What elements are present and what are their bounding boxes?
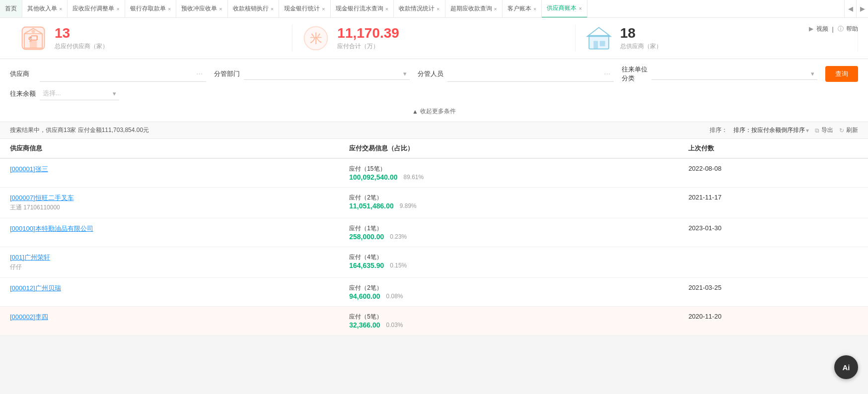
stat-total-payable-amount: 米 11,170.39 应付合计（万） xyxy=(292,25,575,52)
svg-rect-10 xyxy=(593,41,598,49)
nav-tab-4[interactable]: 预收冲应收单× xyxy=(176,0,227,18)
data-table: 供应商信息 应付交易信息（占比） 上次付数 [000001]张三应付（15笔）1… xyxy=(0,139,868,335)
supplier-input[interactable] xyxy=(43,68,196,79)
dept-chevron-icon: ▾ xyxy=(403,70,407,77)
nav-tab-close-4[interactable]: × xyxy=(219,6,222,12)
last-payment-cell-3 xyxy=(688,253,858,271)
nav-tab-close-5[interactable]: × xyxy=(271,6,274,12)
supplier-link-1[interactable]: [000007]恒旺二手叉车 xyxy=(10,194,74,201)
payable-info-cell-3: 应付（4笔）164,635.900.15% xyxy=(349,253,688,271)
supplier-link-4[interactable]: [000012]广州贝瑞 xyxy=(10,284,61,292)
supplier-info-cell-4: [000012]广州贝瑞 xyxy=(10,284,349,300)
nav-tab-close-10[interactable]: × xyxy=(533,6,536,12)
export-icon: ⧉ xyxy=(815,127,819,134)
payable-amount-4[interactable]: 94,600.00 xyxy=(349,292,380,300)
table-row: [001]广州荣轩仔仔应付（4笔）164,635.900.15% xyxy=(0,247,868,278)
nav-tab-close-8[interactable]: × xyxy=(436,6,439,12)
search-button[interactable]: 查询 xyxy=(825,66,858,82)
balance-select-display[interactable]: 选择... xyxy=(43,89,113,98)
svg-point-5 xyxy=(31,30,35,33)
supplier-link-3[interactable]: [001]广州荣轩 xyxy=(10,254,50,261)
payable-info-cell-1: 应付（2笔）11,051,486.009.89% xyxy=(349,194,688,212)
supplier-filter-label: 供应商 xyxy=(10,69,40,78)
last-payment-cell-4: 2021-03-25 xyxy=(688,284,858,300)
stats-bar: 🏷 13 总应付供应商（家） 米 11,170.39 应付合计（万） xyxy=(0,18,868,59)
refresh-button[interactable]: ↻ 刷新 xyxy=(839,126,858,134)
header-col2: 应付交易信息（占比） xyxy=(349,144,688,153)
header-col1: 供应商信息 xyxy=(10,144,349,153)
payable-info-cell-2: 应付（1笔）258,000.000.23% xyxy=(349,224,688,241)
help-link[interactable]: ⓘ 帮助 xyxy=(838,25,858,33)
person-dots: ··· xyxy=(604,69,610,78)
payable-amount-2[interactable]: 258,000.00 xyxy=(349,233,384,241)
nav-tab-1[interactable]: 其他收入单× xyxy=(22,0,68,18)
collapse-button[interactable]: ▲ 收起更多条件 xyxy=(10,104,858,118)
table-row: [000001]张三应付（15笔）100,092,540.0089.61%202… xyxy=(0,159,868,188)
nav-tab-3[interactable]: 银行存取款单× xyxy=(125,0,176,18)
payable-amount-1[interactable]: 11,051,486.00 xyxy=(349,202,394,210)
collapse-label: 收起更多条件 xyxy=(420,107,456,116)
nav-tab-close-2[interactable]: × xyxy=(116,6,119,12)
filter-area: 供应商 ··· 分管部门 ▾ 分管人员 ··· 往来单位分类 xyxy=(0,59,868,122)
sort-label: 排序： xyxy=(710,126,727,134)
payable-amount-0[interactable]: 100,092,540.00 xyxy=(349,173,397,181)
balance-chevron-icon: ▾ xyxy=(113,90,116,97)
video-link[interactable]: ▶ 视频 xyxy=(809,25,828,33)
nav-prev-arrow[interactable]: ◀ xyxy=(844,0,856,18)
nav-tab-close-6[interactable]: × xyxy=(322,6,325,12)
collapse-icon: ▲ xyxy=(412,108,418,115)
supplier-info-cell-0: [000001]张三 xyxy=(10,165,349,181)
nav-tab-close-7[interactable]: × xyxy=(385,6,388,12)
balance-filter-group: 往来余额 选择... ▾ xyxy=(10,87,119,100)
supplier-link-2[interactable]: [000100]本特勤油品有限公司 xyxy=(10,225,93,232)
table-row: [000002]李四应付（5笔）32,366.000.03%2020-11-20 xyxy=(0,307,868,335)
payable-info-cell-5: 应付（5笔）32,366.000.03% xyxy=(349,313,688,329)
svg-text:米: 米 xyxy=(310,31,322,45)
last-payment-cell-5: 2020-11-20 xyxy=(688,313,858,329)
supplier-link-0[interactable]: [000001]张三 xyxy=(10,165,48,173)
category-filter-label: 往来单位分类 xyxy=(622,65,651,83)
top-nav: 首页其他收入单×应收应付调整单×银行存取款单×预收冲应收单×收款核销执行×现金银… xyxy=(0,0,868,18)
payable-pct-1: 9.89% xyxy=(400,202,417,209)
amount-icon: 米 xyxy=(302,25,329,52)
category-filter-group: 往来单位分类 ▾ xyxy=(622,65,818,83)
nav-next-arrow[interactable]: ▶ xyxy=(856,0,868,18)
stat1-label: 总应付供应商（家） xyxy=(55,42,108,51)
store-icon xyxy=(585,25,612,52)
payable-amount-5[interactable]: 32,366.00 xyxy=(349,321,380,329)
payable-note-2: 应付（1笔） xyxy=(349,224,688,233)
nav-tab-11[interactable]: 供应商账本× xyxy=(542,0,587,18)
payable-amount-3[interactable]: 164,635.90 xyxy=(349,262,384,269)
payable-pct-3: 0.15% xyxy=(390,262,407,269)
table-rows-container: [000001]张三应付（15笔）100,092,540.0089.61%202… xyxy=(0,159,868,335)
last-payment-cell-1: 2021-11-17 xyxy=(688,194,858,212)
nav-tab-close-1[interactable]: × xyxy=(59,6,62,12)
nav-tab-close-9[interactable]: × xyxy=(494,6,497,12)
nav-tab-2[interactable]: 应收应付调整单× xyxy=(68,0,125,18)
payable-note-5: 应付（5笔） xyxy=(349,313,688,321)
refresh-icon: ↻ xyxy=(839,127,844,134)
nav-tab-9[interactable]: 超期应收款查询× xyxy=(445,0,503,18)
supplier-sub-3: 仔仔 xyxy=(10,263,349,271)
nav-tab-0[interactable]: 首页 xyxy=(0,0,22,18)
nav-tab-5[interactable]: 收款核销执行× xyxy=(228,0,279,18)
nav-tab-6[interactable]: 现金银行统计× xyxy=(279,0,330,18)
supplier-sub-1: 王通 17106110000 xyxy=(10,203,349,212)
balance-filter-label: 往来余额 xyxy=(10,89,40,98)
nav-tab-close-11[interactable]: × xyxy=(579,5,581,11)
svg-rect-11 xyxy=(599,41,605,46)
nav-tab-close-3[interactable]: × xyxy=(168,6,171,12)
supplier-info-cell-3: [001]广州荣轩仔仔 xyxy=(10,253,349,271)
person-input[interactable] xyxy=(450,68,604,79)
supplier-link-5[interactable]: [000002]李四 xyxy=(10,313,48,321)
sort-select[interactable]: 排序：按应付余额倒序排序 ▾ xyxy=(733,126,809,134)
person-filter-group: 分管人员 ··· xyxy=(418,66,614,82)
nav-tab-8[interactable]: 收款情况统计× xyxy=(394,0,445,18)
supplier-dots: ··· xyxy=(196,69,203,78)
payable-note-0: 应付（15笔） xyxy=(349,165,688,173)
payable-info-cell-0: 应付（15笔）100,092,540.0089.61% xyxy=(349,165,688,181)
nav-tab-7[interactable]: 现金银行流水查询× xyxy=(331,0,394,18)
export-button[interactable]: ⧉ 导出 xyxy=(815,126,833,134)
nav-tab-10[interactable]: 客户账本× xyxy=(503,0,542,18)
stat3-label: 总供应商（家） xyxy=(620,42,662,51)
